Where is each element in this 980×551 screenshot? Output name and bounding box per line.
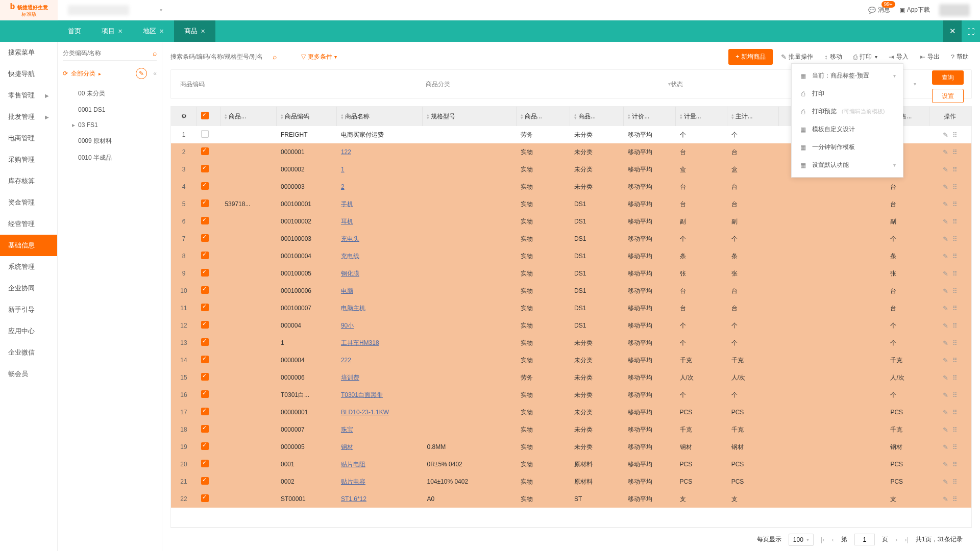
row-checkbox[interactable] (201, 286, 209, 294)
more-row-icon[interactable]: ⠿ (952, 148, 958, 156)
table-row[interactable]: 7000100003充电头实物DS1移动平均个个个✎⠿ (171, 230, 971, 247)
search-icon[interactable]: ⌕ (273, 53, 277, 61)
col-pricing[interactable]: ▴▾计价... (624, 107, 675, 126)
close-icon[interactable]: ✕ (118, 28, 122, 35)
more-row-icon[interactable]: ⠿ (952, 357, 958, 364)
add-product-button[interactable]: + 新增商品 (728, 49, 773, 65)
app-download-button[interactable]: ▣ App下载 (899, 6, 930, 14)
nav-资金管理[interactable]: 资金管理 (0, 192, 57, 213)
batch-ops-button[interactable]: ✎批量操作 (778, 51, 816, 63)
row-checkbox[interactable] (201, 252, 209, 259)
nav-企业协同[interactable]: 企业协同 (0, 278, 57, 299)
table-row[interactable]: 140000004222实物未分类移动平均千克千克千克✎⠿ (171, 352, 971, 369)
tree-node[interactable]: 0001 DS1 (63, 102, 157, 117)
filter-cat-select[interactable]: ▾ (455, 81, 671, 87)
col-barcode[interactable]: ▴▾商品... (220, 107, 277, 126)
row-checkbox[interactable] (201, 477, 209, 485)
product-name-link[interactable]: ST1.6*12 (341, 495, 366, 503)
more-row-icon[interactable]: ⠿ (952, 183, 958, 191)
row-checkbox[interactable] (201, 356, 209, 363)
edit-row-icon[interactable]: ✎ (943, 426, 948, 434)
edit-row-icon[interactable]: ✎ (943, 478, 948, 486)
col-name[interactable]: ▴▾商品名称 (336, 107, 423, 126)
user-avatar[interactable] (939, 4, 970, 16)
main-search-input[interactable] (170, 53, 273, 60)
product-name-link[interactable]: 充电线 (341, 253, 359, 260)
row-checkbox[interactable] (201, 390, 209, 398)
row-checkbox[interactable] (201, 338, 209, 346)
help-button[interactable]: ?帮助 (948, 51, 972, 63)
tab-商品[interactable]: 商品✕ (174, 20, 215, 42)
edit-row-icon[interactable]: ✎ (943, 443, 948, 451)
edit-row-icon[interactable]: ✎ (943, 218, 948, 226)
edit-row-icon[interactable]: ✎ (943, 235, 948, 243)
all-categories[interactable]: 全部分类 (71, 69, 95, 78)
row-checkbox[interactable] (201, 494, 209, 502)
table-row[interactable]: 8000100004充电线实物DS1移动平均条条条✎⠿ (171, 247, 971, 265)
perpage-select[interactable]: 100 ▾ (789, 534, 814, 546)
table-row[interactable]: 131工具车HM318实物未分类移动平均个个个✎⠿ (171, 334, 971, 352)
col-measure[interactable]: ▴▾计量... (675, 107, 727, 126)
product-name-link[interactable]: 充电头 (341, 235, 359, 242)
edit-row-icon[interactable]: ✎ (943, 357, 948, 364)
nav-库存核算[interactable]: 库存核算 (0, 170, 57, 192)
more-row-icon[interactable]: ⠿ (952, 409, 958, 416)
table-row[interactable]: 5539718...000100001手机实物DS1移动平均台台台✎⠿ (171, 195, 971, 213)
table-row[interactable]: 1700000001BLD10-23-1.1KW实物未分类移动平均PCSPCSP… (171, 404, 971, 421)
row-checkbox[interactable] (201, 217, 209, 224)
table-row[interactable]: 210002贴片电容104±10% 0402实物原材料移动平均PCSPCSPCS… (171, 473, 971, 490)
more-row-icon[interactable]: ⠿ (952, 391, 958, 399)
edit-row-icon[interactable]: ✎ (943, 339, 948, 347)
edit-row-icon[interactable]: ✎ (943, 253, 948, 260)
col-settings[interactable]: ⚙ (171, 107, 197, 126)
nav-电商管理[interactable]: 电商管理 (0, 128, 57, 149)
product-name-link[interactable]: 钢材 (341, 443, 353, 450)
dropdown-item[interactable]: ▦设置默认功能▾ (792, 156, 903, 174)
table-row[interactable]: 190000005钢材0.8MM实物未分类移动平均钢材钢材钢材✎⠿ (171, 438, 971, 456)
close-icon[interactable]: ✕ (201, 28, 205, 35)
more-row-icon[interactable]: ⠿ (952, 322, 958, 330)
chevron-down-icon[interactable]: ▾ (160, 7, 162, 13)
table-row[interactable]: 400000032实物未分类移动平均台台台✎⠿ (171, 178, 971, 195)
edit-category-button[interactable]: ✎ (136, 68, 147, 79)
product-name-link[interactable]: BLD10-23-1.1KW (341, 409, 389, 416)
col-attr1[interactable]: ▴▾商品... (516, 107, 570, 126)
edit-row-icon[interactable]: ✎ (943, 322, 948, 330)
page-first[interactable]: |‹ (821, 536, 825, 543)
product-name-link[interactable]: 培训费 (341, 374, 359, 381)
nav-零售管理[interactable]: 零售管理▶ (0, 85, 57, 106)
query-button[interactable]: 查询 (932, 70, 964, 85)
product-name-link[interactable]: 工具车HM318 (341, 339, 379, 346)
tree-node[interactable]: 0009 原材料 (63, 133, 157, 149)
setting-button[interactable]: 设置 (932, 89, 964, 103)
close-tab-button[interactable]: ✕ (943, 20, 962, 42)
import-button[interactable]: ⇥导入 (886, 51, 912, 63)
nav-企业微信[interactable]: 企业微信 (0, 342, 57, 363)
more-row-icon[interactable]: ⠿ (952, 287, 958, 295)
move-button[interactable]: ↕移动 (821, 51, 845, 63)
edit-row-icon[interactable]: ✎ (943, 166, 948, 173)
nav-快捷导航[interactable]: 快捷导航 (0, 63, 57, 85)
more-row-icon[interactable]: ⠿ (952, 461, 958, 468)
nav-应用中心[interactable]: 应用中心 (0, 320, 57, 342)
messages-button[interactable]: 💬 消息 99+ (868, 6, 890, 14)
row-checkbox[interactable] (201, 442, 209, 450)
more-row-icon[interactable]: ⠿ (952, 374, 958, 382)
nav-批发管理[interactable]: 批发管理▶ (0, 106, 57, 128)
product-name-link[interactable]: 珠宝 (341, 426, 353, 433)
more-row-icon[interactable]: ⠿ (952, 305, 958, 312)
row-checkbox[interactable] (201, 234, 209, 242)
close-icon[interactable]: ✕ (159, 28, 164, 35)
col-spec[interactable]: ▴▾规格型号 (423, 107, 516, 126)
edit-row-icon[interactable]: ✎ (943, 461, 948, 468)
tab-地区[interactable]: 地区✕ (133, 20, 174, 42)
play-icon[interactable]: ▸ (99, 71, 101, 77)
row-checkbox[interactable] (201, 199, 209, 207)
product-name-link[interactable]: 电脑主机 (341, 305, 365, 312)
table-row[interactable]: 11000100007电脑主机实物DS1移动平均台台台✎⠿ (171, 299, 971, 317)
product-name-link[interactable]: T0301白面黑带 (341, 391, 383, 398)
product-name-link[interactable]: 贴片电容 (341, 478, 365, 485)
table-row[interactable]: 22ST00001ST1.6*12A0实物ST移动平均支支支✎⠿ (171, 490, 971, 508)
edit-row-icon[interactable]: ✎ (943, 391, 948, 399)
tree-node[interactable]: 00 未分类 (63, 85, 157, 102)
